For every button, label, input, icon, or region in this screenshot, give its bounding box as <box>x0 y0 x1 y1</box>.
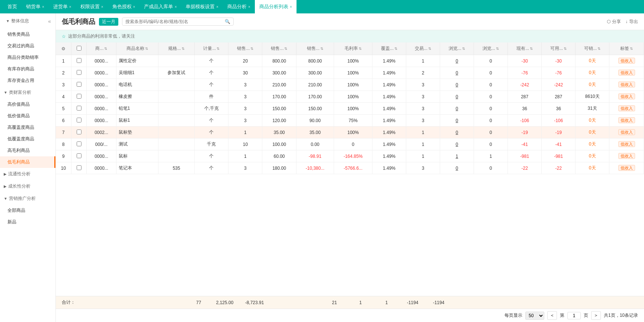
sidebar-item-category-rate[interactable]: 商品分类助销率 <box>0 52 55 63</box>
row-checkbox[interactable] <box>71 115 87 127</box>
row-name[interactable]: 铅笔1 <box>116 103 158 115</box>
nav-product-analysis-list[interactable]: 商品分析列表× <box>255 0 297 13</box>
search-input[interactable] <box>125 19 223 24</box>
col-code[interactable]: 商...⇅ <box>87 42 116 55</box>
row-trade-count: 1 <box>406 127 440 138</box>
row-checkbox[interactable] <box>71 79 87 91</box>
table-row: 2 0000... 吴细细1 参加复试 个 30 300.00 300.00 1… <box>56 67 644 79</box>
row-browse1[interactable]: 0 <box>440 91 474 103</box>
row-name[interactable]: 鼠标垫 <box>116 127 158 138</box>
sidebar-item-new-goods[interactable]: 新品 <box>0 216 55 228</box>
row-browse1[interactable]: 0 <box>440 55 474 67</box>
col-browse2[interactable]: 浏览...⇅ <box>474 42 508 55</box>
row-browse1[interactable]: 0 <box>440 127 474 138</box>
sidebar-item-traded-goods[interactable]: 交易过的商品 <box>0 40 55 52</box>
sidebar-collapse-button[interactable]: « <box>46 17 53 25</box>
row-name[interactable]: 鼠标 <box>116 150 158 162</box>
sidebar-group-growth[interactable]: ▶ 成长性分析 <box>0 180 55 192</box>
row-select-checkbox[interactable] <box>77 106 81 111</box>
row-name[interactable]: 吴细细1 <box>116 67 158 79</box>
row-name[interactable]: 属性定价 <box>116 55 158 67</box>
sidebar-group-marketing[interactable]: ▼ 营销推广分析 <box>0 192 55 205</box>
row-checkbox[interactable] <box>71 138 87 150</box>
row-checkbox[interactable] <box>71 91 87 103</box>
nav-sales-order[interactable]: 销货单× <box>22 0 49 13</box>
per-page-select[interactable]: 50 100 200 <box>525 312 544 320</box>
sidebar-group-overall[interactable]: ▼ 整体信息 <box>2 15 33 27</box>
row-select-checkbox[interactable] <box>77 153 81 158</box>
sidebar-item-sales-goods[interactable]: 销售类商品 <box>0 29 55 40</box>
sidebar-item-all-goods[interactable]: 全部商品 <box>0 205 55 216</box>
col-cover-rate[interactable]: 覆盖...⇅ <box>372 42 406 55</box>
sidebar-item-high-value[interactable]: 高价值商品 <box>0 99 55 110</box>
row-select-checkbox[interactable] <box>77 141 81 146</box>
time-range-button[interactable]: 近一月 <box>99 18 118 26</box>
sidebar-group-wealth[interactable]: ▼ 类财富分析 <box>0 86 55 99</box>
row-browse1[interactable]: 0 <box>440 79 474 91</box>
col-sales-price[interactable]: 销售...⇅ <box>262 42 296 55</box>
row-browse1[interactable]: 0 <box>440 162 474 174</box>
sidebar-item-low-margin[interactable]: 低毛利商品 <box>0 156 55 168</box>
prev-page-button[interactable]: ＜ <box>547 311 557 320</box>
row-name[interactable]: 橡皮擦 <box>116 91 158 103</box>
col-available[interactable]: 可用...⇅ <box>542 42 576 55</box>
col-name[interactable]: 商品名称⇅ <box>116 42 158 55</box>
row-checkbox[interactable] <box>71 55 87 67</box>
nav-home[interactable]: 首页 <box>3 0 22 13</box>
col-sales-amount[interactable]: 销售...⇅ <box>296 42 334 55</box>
nav-permission-settings[interactable]: 权限设置× <box>76 0 108 13</box>
col-saleable[interactable]: 可销...⇅ <box>576 42 609 55</box>
sidebar-item-stock-capital[interactable]: 库存资金占用 <box>0 75 55 86</box>
col-unit[interactable]: 计量...⇅ <box>195 42 228 55</box>
sidebar-group-circulation[interactable]: ▶ 流通性分析 <box>0 168 55 180</box>
sidebar-item-high-margin[interactable]: 高毛利商品 <box>0 145 55 156</box>
row-select-checkbox[interactable] <box>77 82 81 87</box>
col-settings[interactable]: ⚙ <box>56 42 71 55</box>
nav-product-analysis[interactable]: 商品分析× <box>223 0 255 13</box>
row-checkbox[interactable] <box>71 67 87 79</box>
row-browse1[interactable]: 0 <box>440 115 474 127</box>
row-checkbox[interactable] <box>71 103 87 115</box>
total-browse1: 1 <box>347 300 374 305</box>
nav-purchase-order[interactable]: 进货单× <box>49 0 76 13</box>
col-checkbox[interactable] <box>71 42 87 55</box>
row-name[interactable]: 测试 <box>116 138 158 150</box>
row-name[interactable]: 电话机 <box>116 79 158 91</box>
row-select-checkbox[interactable] <box>77 70 81 75</box>
row-checkbox[interactable] <box>71 150 87 162</box>
row-checkbox[interactable] <box>71 162 87 174</box>
row-browse1[interactable]: 1 <box>440 150 474 162</box>
row-select-checkbox[interactable] <box>77 165 81 170</box>
row-browse1[interactable]: 0 <box>440 67 474 79</box>
col-sales-qty[interactable]: 销售...⇅ <box>228 42 262 55</box>
col-browse1[interactable]: 浏览...⇅ <box>440 42 474 55</box>
col-spec[interactable]: 规格...⇅ <box>158 42 195 55</box>
sidebar-item-low-coverage[interactable]: 低覆盖度商品 <box>0 133 55 145</box>
page-number-input[interactable] <box>567 312 581 319</box>
row-select-checkbox[interactable] <box>77 130 81 134</box>
sidebar-item-low-value[interactable]: 低价值商品 <box>0 110 55 122</box>
row-browse1[interactable]: 0 <box>440 138 474 150</box>
sidebar-item-high-coverage[interactable]: 高覆盖度商品 <box>0 122 55 133</box>
next-page-button[interactable]: ＞ <box>591 311 601 320</box>
nav-template-settings[interactable]: 单据模板设置× <box>181 0 223 13</box>
col-current-stock[interactable]: 现有...⇅ <box>508 42 542 55</box>
select-all-checkbox[interactable] <box>77 46 81 51</box>
nav-finished-goods[interactable]: 产成品入库单× <box>140 0 181 13</box>
nav-role-auth[interactable]: 角色授权× <box>108 0 140 13</box>
row-select-checkbox[interactable] <box>77 118 81 122</box>
row-browse1[interactable]: 0 <box>440 103 474 115</box>
row-select-checkbox[interactable] <box>77 58 81 63</box>
sidebar-item-stocked-goods[interactable]: 有库存的商品 <box>0 63 55 75</box>
row-select-checkbox[interactable] <box>77 94 81 99</box>
col-gross-rate[interactable]: 毛利率⇅ <box>334 42 372 55</box>
col-tag[interactable]: 标签⇅ <box>609 42 644 55</box>
row-checkbox[interactable] <box>71 127 87 138</box>
row-sales-qty: 3 <box>228 91 262 103</box>
row-name[interactable]: 笔记本 <box>116 162 158 174</box>
search-icon[interactable]: 🔍 <box>225 19 230 24</box>
row-name[interactable]: 鼠标1 <box>116 115 158 127</box>
col-trade-count[interactable]: 交易...⇅ <box>406 42 440 55</box>
share-button[interactable]: ⬡ 分享 <box>607 19 621 25</box>
export-button[interactable]: ↓ 导出 <box>625 19 638 25</box>
